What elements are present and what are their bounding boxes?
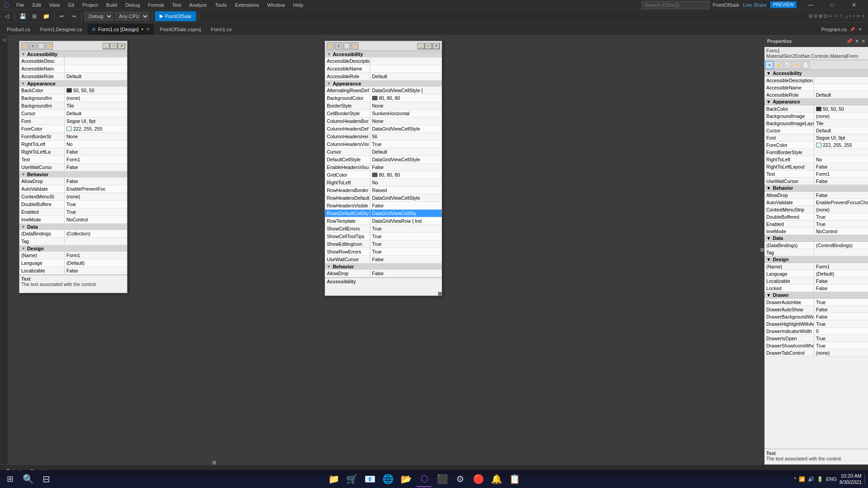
network-icon[interactable]: 📶 — [799, 476, 805, 482]
prop-value-tag[interactable] — [65, 238, 127, 245]
tab-program-cs[interactable]: Program.cs 📌 ✕ — [816, 23, 868, 35]
menu-analyze[interactable]: Analyze — [186, 1, 211, 9]
menu-extensions[interactable]: Extensions — [231, 1, 263, 9]
dg-prop-backgroundcolor[interactable]: BackgroundColor 80, 80, 80 — [325, 94, 442, 102]
ide-prop-accessibledesc[interactable]: AccessibleDescription — [764, 77, 868, 84]
left-prop-formborderst[interactable]: FormBorderSt None — [19, 133, 127, 141]
taskbar-file-explorer[interactable]: 📁 — [326, 471, 342, 487]
left-prop-righttoleft[interactable]: RightToLeft No — [19, 141, 127, 148]
left-prop-localizable[interactable]: Localizable False — [19, 267, 127, 275]
left-prop-text[interactable]: Text Form1 — [19, 156, 127, 164]
panel-events-icon[interactable]: ⚡ — [46, 42, 53, 50]
dg-prop-defaultcellstyle[interactable]: DefaultCellStyle DataGridViewCellStyle — [325, 156, 442, 164]
debug-config-dropdown[interactable]: Debug — [85, 12, 113, 21]
ide-prop-allowdrop[interactable]: AllowDrop False — [764, 192, 868, 199]
taskbar-store[interactable]: 🛒 — [344, 471, 360, 487]
left-section-behavior[interactable]: ▼ Behavior — [19, 171, 127, 178]
ide-prop-righttoleft[interactable]: RightToLeft No — [764, 156, 868, 163]
ide-sort-cat-button[interactable]: ≡ — [765, 61, 774, 69]
left-prop-autovalidate[interactable]: AutoValidate EnablePreventFoc — [19, 185, 127, 193]
platform-dropdown[interactable]: Any CPU — [115, 12, 149, 21]
dg-prop-rowheadersvisible[interactable]: RowHeadersVisible False — [325, 202, 442, 210]
left-prop-name[interactable]: (Name) Form1 — [19, 252, 127, 259]
ide-panel-object[interactable]: Form1 MaterialSkin2DotNet.Controls.Mater… — [764, 47, 868, 60]
left-prop-allowdrop[interactable]: AllowDrop False — [19, 178, 127, 185]
left-prop-language[interactable]: Language (Default) — [19, 259, 127, 267]
left-prop-databindings[interactable]: (DataBindings (Collection) — [19, 230, 127, 238]
ide-prop-imemode[interactable]: ImeMode NoControl — [764, 228, 868, 235]
ide-panel-pin-icon[interactable]: 📌 — [846, 38, 853, 44]
menu-edit[interactable]: Edit — [29, 1, 45, 9]
dg-panel-resize-handle[interactable] — [438, 292, 442, 296]
panel-close-button[interactable]: ✕ — [118, 43, 125, 49]
dg-sort-cat-icon[interactable]: ≡ — [335, 42, 342, 50]
menu-view[interactable]: View — [46, 1, 64, 9]
ide-events-button[interactable]: ⚡ — [793, 61, 801, 69]
ide-prop-localizable[interactable]: Localizable False — [764, 277, 868, 285]
dg-prop-cellborderstyle[interactable]: CellBorderStyle SunkenHorizontal — [325, 110, 442, 117]
left-prop-forecolor[interactable]: ForeColor 222, 255, 255 — [19, 125, 127, 133]
panel-maximize-button[interactable]: □ — [110, 43, 118, 49]
ide-section-data[interactable]: ▼ Data — [764, 235, 868, 242]
left-prop-backcolor[interactable]: BackColor 50, 50, 50 — [19, 87, 127, 94]
ide-prop-drawertabcontrol[interactable]: DrawerTabControl (none) — [764, 349, 868, 357]
left-prop-accessiblerole[interactable]: AccessibleRole Default — [19, 73, 127, 80]
toolbar-save-button[interactable]: 💾 — [18, 11, 28, 21]
ide-prop-value-accessibledesc[interactable] — [814, 77, 868, 84]
left-prop-backgroundim1[interactable]: BackgroundIm (none) — [19, 94, 127, 102]
dg-prop-rowheadersdefault[interactable]: RowHeadersDefault DataGridViewCellStyle — [325, 194, 442, 202]
dg-prop-accessiblename[interactable]: AccessibleName — [325, 65, 442, 73]
ide-prop-drawerhighlightwithac[interactable]: DrawerHighlightWithAc True — [764, 320, 868, 328]
ide-prop-value-accessiblename[interactable] — [814, 84, 868, 91]
left-prop-enabled[interactable]: Enabled True — [19, 208, 127, 216]
dg-prop-borderstyle[interactable]: BorderStyle None — [325, 102, 442, 110]
taskbar-clock[interactable]: 10:20 AM 8/30/2021 — [840, 473, 862, 486]
dg-sort-alpha-icon[interactable]: ⚡ — [327, 42, 334, 50]
ide-pages-button[interactable]: 📄 — [802, 61, 810, 69]
menu-test[interactable]: Test — [168, 1, 184, 9]
ide-props-button[interactable]: ⬜ — [783, 61, 792, 69]
dg-prop-showeditingicon[interactable]: ShowEditingIcon True — [325, 240, 442, 248]
taskbar-chevron-icon[interactable]: ^ — [794, 477, 797, 482]
ide-prop-drawershowiconswhen[interactable]: DrawerShowIconsWhen True — [764, 342, 868, 349]
search-input[interactable] — [642, 1, 709, 9]
tab-close-icon[interactable]: ✕ — [146, 27, 150, 32]
left-prop-accessiblenam[interactable]: AccessibleNam — [19, 65, 127, 73]
taskbar-folder[interactable]: 📂 — [398, 471, 414, 487]
menu-window[interactable]: Window — [264, 1, 288, 9]
sidebar-toggle-icon[interactable]: ◁ — [2, 37, 6, 42]
ide-prop-drawerautoshow[interactable]: DrawerAutoShow False — [764, 306, 868, 313]
dg-minimize-button[interactable]: _ — [417, 43, 425, 49]
menu-file[interactable]: File — [13, 1, 28, 9]
tab-form1-cs[interactable]: Form1.cs — [206, 23, 236, 35]
menu-git[interactable]: Git — [64, 1, 78, 9]
left-prop-font[interactable]: Font Segoe UI, 9pt — [19, 117, 127, 125]
design-surface[interactable]: ⚡ ≡ ⬜ ⚡ _ □ ✕ ▼ Accessibility Ac — [8, 35, 764, 465]
ide-prop-formborderstyle[interactable]: FormBorderStyle — [764, 149, 868, 156]
left-prop-righttoleftla[interactable]: RightToLeftLa False — [19, 148, 127, 156]
volume-icon[interactable]: 🔊 — [808, 476, 814, 482]
dg-prop-enableheadersvisu[interactable]: EnableHeadersVisu False — [325, 164, 442, 171]
dg-prop-showcelltooltips[interactable]: ShowCellToolTips True — [325, 233, 442, 240]
ide-sort-alpha-button[interactable]: ⚡ — [774, 61, 783, 69]
left-prop-imemode[interactable]: ImeMode NoControl — [19, 216, 127, 224]
prop-value-accessiblenam[interactable] — [65, 65, 127, 72]
ide-prop-language[interactable]: Language (Default) — [764, 270, 868, 277]
left-prop-cursor[interactable]: Cursor Default — [19, 110, 127, 117]
ide-section-drawer[interactable]: ▼ Drawer — [764, 292, 868, 299]
taskbar-edge[interactable]: 🌐 — [380, 471, 396, 487]
ide-section-accessibility[interactable]: ▼ Accessibility — [764, 70, 868, 77]
ide-prop-enabled[interactable]: Enabled True — [764, 221, 868, 228]
ide-prop-name-row[interactable]: (Name) Form1 — [764, 263, 868, 270]
run-button[interactable]: ▶ PointOfSale — [155, 11, 196, 21]
tab-form1-design[interactable]: ⊞ Form1.cs [Design] ● ✕ — [87, 23, 155, 35]
ide-prop-locked[interactable]: Locked False — [764, 285, 868, 292]
ide-prop-accessiblerole[interactable]: AccessibleRole Default — [764, 91, 868, 99]
ide-panel-close-icon[interactable]: ✕ — [861, 38, 865, 44]
show-desktop-button[interactable] — [864, 474, 866, 484]
ide-prop-tag[interactable]: Tag — [764, 249, 868, 256]
ide-prop-drawerisopen[interactable]: DrawerIsOpen True — [764, 335, 868, 342]
ide-prop-autovalidate[interactable]: AutoValidate EnablePreventFocusCha — [764, 199, 868, 206]
close-button[interactable]: ✕ — [844, 0, 864, 10]
ide-prop-drawerindicatorwidth[interactable]: DrawerIndicatorWidth 0 — [764, 328, 868, 335]
